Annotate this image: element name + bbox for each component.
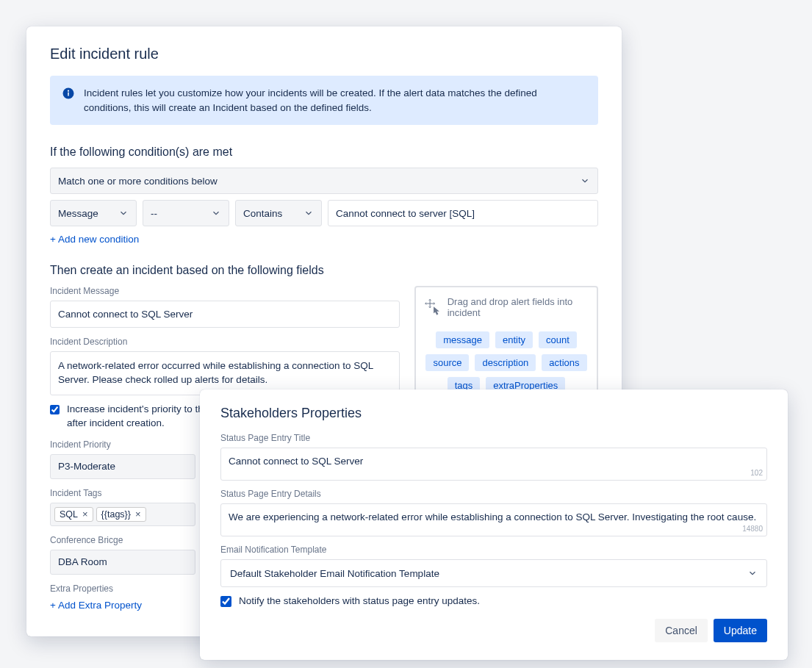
chevron-down-icon <box>118 208 129 218</box>
incident-description-label: Incident Description <box>50 337 400 347</box>
condition-field-select[interactable]: Message <box>50 200 137 226</box>
svg-point-1 <box>68 90 69 92</box>
add-condition-link[interactable]: + Add new condition <box>50 234 139 245</box>
condition-value-input[interactable] <box>328 200 598 226</box>
status-details-input[interactable]: We are experiencing a network-related er… <box>220 503 767 536</box>
match-mode-value: Match one or more conditions below <box>58 176 218 187</box>
field-pill[interactable]: actions <box>542 354 586 371</box>
chevron-down-icon <box>747 568 758 578</box>
field-pill[interactable]: count <box>539 331 577 348</box>
condition-op1-select[interactable]: -- <box>143 200 229 226</box>
page-title: Edit incident rule <box>50 46 598 62</box>
svg-rect-2 <box>68 93 69 96</box>
increase-priority-checkbox[interactable] <box>50 404 60 415</box>
drag-drop-icon <box>425 298 442 317</box>
chevron-down-icon <box>303 208 314 218</box>
status-title-input[interactable]: Cannot connect to SQL Server <box>220 448 767 481</box>
then-heading: Then create an incident based on the fol… <box>50 264 598 277</box>
field-pill[interactable]: entity <box>495 331 533 348</box>
chevron-down-icon <box>580 176 590 186</box>
field-pill[interactable]: message <box>436 331 489 348</box>
match-mode-select[interactable]: Match one or more conditions below <box>50 168 598 194</box>
condition-row: Message -- Contains <box>50 200 598 226</box>
incident-description-input[interactable]: A network-related error occurred while e… <box>50 351 400 395</box>
status-title-label: Status Page Entry Title <box>220 433 767 443</box>
field-pill[interactable]: source <box>425 354 469 371</box>
cancel-button[interactable]: Cancel <box>655 619 708 642</box>
chevron-down-icon <box>211 208 221 218</box>
tag-remove-icon[interactable]: × <box>135 509 141 519</box>
tag-remove-icon[interactable]: × <box>82 509 88 519</box>
notify-stakeholders-label: Notify the stakeholders with status page… <box>239 595 480 608</box>
stakeholders-title: Stakeholders Properties <box>220 406 767 421</box>
conference-bridge-select[interactable]: DBA Room <box>50 550 195 575</box>
field-pill[interactable]: description <box>475 354 536 371</box>
email-template-select[interactable]: Default Stakeholder Email Notification T… <box>220 559 767 587</box>
add-extra-property-link[interactable]: + Add Extra Property <box>50 600 142 611</box>
conditions-heading: If the following condition(s) are met <box>50 146 598 159</box>
dropzone-hint: Drag and drop alert fields into incident <box>448 296 588 318</box>
info-icon <box>62 87 75 100</box>
status-details-label: Status Page Entry Details <box>220 489 767 499</box>
incident-priority-select[interactable]: P3-Moderate <box>50 454 195 479</box>
incident-message-input[interactable]: Cannot connect to SQL Server <box>50 301 400 328</box>
tag-chip: SQL× <box>54 507 93 522</box>
info-banner: Incident rules let you customize how you… <box>50 76 598 125</box>
incident-tags-input[interactable]: SQL× {{tags}}× <box>50 503 195 526</box>
info-text: Incident rules let you customize how you… <box>84 86 586 115</box>
email-template-label: Email Notification Template <box>220 545 767 555</box>
tag-chip: {{tags}}× <box>96 507 146 522</box>
notify-stakeholders-checkbox[interactable] <box>220 596 231 607</box>
condition-op2-select[interactable]: Contains <box>235 200 322 226</box>
update-button[interactable]: Update <box>714 619 767 642</box>
stakeholders-panel: Stakeholders Properties Status Page Entr… <box>200 389 788 660</box>
incident-message-label: Incident Message <box>50 286 400 296</box>
